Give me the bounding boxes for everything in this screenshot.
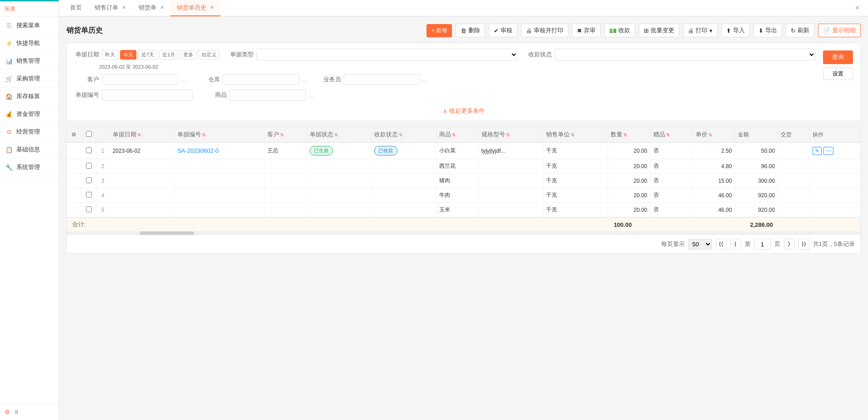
col-doc-date[interactable]: 单据日期⇅ — [110, 127, 174, 143]
row-checkbox-1[interactable] — [86, 163, 92, 169]
sidebar-item-sales-mgmt[interactable]: 📊 销售管理 — [0, 52, 59, 70]
sidebar-item-purchase-mgmt[interactable]: 🛒 采购管理 — [0, 70, 59, 88]
close-sales-history-tab[interactable]: ✕ — [210, 5, 214, 10]
add-button[interactable]: + 新增 — [426, 24, 452, 37]
date-btn-yesterday[interactable]: 昨天 — [102, 50, 118, 60]
display-detail-button[interactable]: 📄 显示明细 — [818, 24, 861, 37]
col-customer[interactable]: 客户⇅ — [264, 127, 306, 143]
date-btn-7days[interactable]: 近7天 — [138, 50, 157, 60]
row-payment-status — [371, 174, 436, 188]
col-unit-price[interactable]: 单价⇅ — [692, 127, 735, 143]
query-button[interactable]: 查询 — [823, 50, 853, 64]
doc-no-link[interactable]: SA-20230602-0 — [177, 147, 219, 154]
sidebar-item-inventory[interactable]: 🏠 库存核算 — [0, 88, 59, 105]
col-doc-status[interactable]: 单据状态⇅ — [306, 127, 371, 143]
import-icon: ⬆ — [726, 27, 731, 34]
delete-button[interactable]: 🗑 删除 — [456, 24, 485, 37]
prev-page-btn[interactable]: ⟨ — [730, 239, 741, 250]
col-unit[interactable]: 销售单位⇅ — [543, 127, 608, 143]
col-settings[interactable]: ⚙ — [67, 127, 81, 143]
tab-home[interactable]: 首页 — [64, 0, 88, 16]
row-checkbox-4[interactable] — [86, 206, 92, 212]
sidebar-item-label: 搜索菜单 — [16, 21, 40, 30]
customer-input[interactable] — [102, 74, 178, 85]
print-button[interactable]: 🖨 打印 ▾ — [683, 24, 717, 37]
salesperson-input[interactable] — [344, 74, 420, 85]
row-check[interactable] — [81, 203, 96, 217]
row-check[interactable] — [81, 174, 96, 188]
refresh-button[interactable]: ↻ 刷新 — [786, 24, 814, 37]
salesperson-label: 业务员 — [316, 75, 341, 84]
more-action-btn[interactable]: ⋯ — [823, 147, 833, 155]
total-info: 共1页，5条记录 — [813, 240, 855, 248]
col-gift[interactable]: 赠品⇅ — [650, 127, 692, 143]
sidebar-item-quick-nav[interactable]: ⚡ 快捷导航 — [0, 35, 59, 52]
sidebar-item-ops-mgmt[interactable]: ⚙ 经营管理 — [0, 123, 59, 141]
date-btn-today[interactable]: 今天 — [120, 50, 136, 60]
date-btn-more[interactable]: 更多 — [180, 50, 196, 60]
warehouse-dots[interactable]: ... — [302, 76, 307, 83]
col-goods[interactable]: 商品⇅ — [436, 127, 478, 143]
audit-print-button[interactable]: 🖨 审核并打印 — [521, 24, 568, 37]
per-page-select[interactable]: 50 100 200 — [688, 239, 712, 250]
row-transaction — [778, 188, 810, 203]
scrollbar-thumb[interactable] — [140, 231, 194, 235]
audit-button[interactable]: ✔ 审核 — [489, 24, 517, 37]
setting-button[interactable]: 设置 — [823, 68, 853, 80]
row-transaction — [778, 203, 810, 217]
sort-unit-price: ⇅ — [708, 132, 712, 137]
row-check[interactable] — [81, 143, 96, 159]
print-icon: 🖨 — [688, 27, 694, 34]
close-window-icon[interactable]: ✕ — [851, 5, 863, 11]
sidebar-item-basic-info[interactable]: 📋 基础信息 — [0, 141, 59, 159]
first-page-btn[interactable]: ⟨⟨ — [716, 239, 727, 250]
export-button[interactable]: ⬇ 导出 — [753, 24, 782, 37]
row-idx: 3 — [96, 174, 110, 188]
row-check[interactable] — [81, 188, 96, 203]
purchase-icon: 🛒 — [5, 75, 13, 82]
display-detail-icon: 📄 — [823, 27, 830, 34]
sidebar-item-search-menu[interactable]: ☰ 搜索菜单 — [0, 17, 59, 35]
row-checkbox-2[interactable] — [86, 177, 92, 183]
col-qty[interactable]: 数量⇅ — [608, 127, 650, 143]
col-spec[interactable]: 规格型号⇅ — [478, 127, 543, 143]
sort-payment-status: ⇅ — [399, 132, 402, 137]
customer-dots[interactable]: ... — [181, 76, 186, 83]
next-page-btn[interactable]: ⟩ — [784, 239, 795, 250]
close-sales-order-tab[interactable]: ✕ — [122, 5, 126, 10]
row-spec — [478, 188, 543, 203]
warehouse-input[interactable] — [223, 74, 299, 85]
close-sales-delivery-tab[interactable]: ✕ — [160, 5, 164, 10]
col-payment-status[interactable]: 收款状态⇅ — [371, 127, 436, 143]
row-checkbox-0[interactable] — [86, 147, 92, 153]
last-page-btn[interactable]: ⟩⟩ — [798, 239, 809, 250]
goods-input[interactable] — [230, 90, 306, 100]
collapse-button[interactable]: ∧ 收起更多条件 — [74, 105, 853, 115]
edit-action-btn[interactable]: ✎ — [813, 147, 822, 155]
page-number-input[interactable] — [754, 239, 771, 250]
tab-sales-order[interactable]: 销售订单 ✕ — [88, 0, 132, 16]
doc-type-select[interactable] — [256, 49, 517, 60]
sidebar-collapse-icon[interactable]: ⏸ — [14, 409, 20, 415]
select-all-checkbox[interactable] — [86, 131, 92, 137]
sidebar-item-finance-mgmt[interactable]: 💰 资金管理 — [0, 105, 59, 123]
tab-sales-history[interactable]: 销货单历史 ✕ — [171, 0, 221, 16]
docno-input[interactable] — [102, 90, 193, 100]
abandon-button[interactable]: ✖ 弃审 — [572, 24, 601, 37]
row-check[interactable] — [81, 159, 96, 174]
batch-change-button[interactable]: ⊞ 批量变更 — [639, 24, 679, 37]
sidebar-item-sys-mgmt[interactable]: 🔧 系统管理 — [0, 159, 59, 176]
row-checkbox-3[interactable] — [86, 192, 92, 198]
per-page-label: 每页显示 — [661, 240, 685, 248]
tab-sales-delivery[interactable]: 销货单 ✕ — [132, 0, 171, 16]
sidebar-settings-icon[interactable]: ⚙ — [5, 409, 10, 415]
import-button[interactable]: ⬆ 导入 — [721, 24, 750, 37]
col-doc-no[interactable]: 单据编号⇅ — [174, 127, 264, 143]
date-btn-custom[interactable]: 自定义 — [198, 50, 220, 60]
horizontal-scrollbar[interactable] — [67, 231, 860, 235]
salesperson-dots[interactable]: ... — [423, 76, 428, 83]
date-btn-1month[interactable]: 近1月 — [159, 50, 178, 60]
payment-status-select[interactable] — [555, 49, 816, 60]
goods-dots[interactable]: ... — [309, 92, 314, 99]
collect-button[interactable]: 💵 收款 — [604, 24, 635, 37]
